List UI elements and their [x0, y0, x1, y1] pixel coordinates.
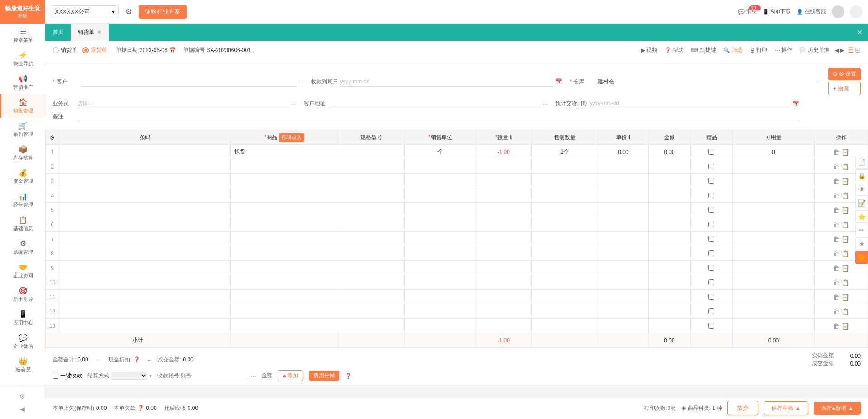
- copy-icon[interactable]: 📋: [841, 250, 849, 257]
- row-gift[interactable]: [690, 174, 732, 188]
- delete-icon[interactable]: 🗑: [833, 323, 839, 330]
- copy-icon[interactable]: 📋: [841, 192, 849, 199]
- delete-icon[interactable]: 🗑: [833, 192, 839, 199]
- copy-icon[interactable]: 📋: [841, 163, 849, 170]
- discount-info-icon[interactable]: ❓: [133, 356, 140, 363]
- row-spec[interactable]: [338, 319, 405, 333]
- company-selector[interactable]: XXXXXX公司 ▾: [51, 5, 119, 18]
- row-barcode[interactable]: [59, 145, 231, 159]
- delete-icon[interactable]: 🗑: [833, 250, 839, 257]
- row-quantity[interactable]: [476, 304, 531, 319]
- sidebar-item-quick-nav[interactable]: ⚡快捷导航: [0, 47, 45, 71]
- delete-icon[interactable]: 🗑: [833, 221, 839, 228]
- filter-btn[interactable]: 🔍 筛选: [722, 45, 744, 55]
- row-product[interactable]: [230, 232, 338, 246]
- row-barcode[interactable]: [59, 290, 231, 304]
- row-product[interactable]: [230, 217, 338, 232]
- row-quantity[interactable]: [476, 261, 531, 275]
- row-barcode[interactable]: [59, 246, 231, 261]
- row-gift[interactable]: [690, 232, 732, 246]
- one-click-checkbox[interactable]: [53, 373, 58, 379]
- row-quantity[interactable]: [476, 188, 531, 203]
- row-gift[interactable]: [690, 203, 732, 217]
- copy-icon[interactable]: 📋: [841, 207, 849, 214]
- tabbar-close-button[interactable]: ✕: [851, 28, 868, 37]
- row-quantity[interactable]: -1.00: [476, 145, 531, 159]
- sidebar-item-marketing[interactable]: 📢营销推广: [0, 71, 45, 94]
- row-spec[interactable]: [338, 304, 405, 319]
- copy-icon[interactable]: 📋: [841, 279, 849, 286]
- sidebar-item-inventory[interactable]: 📦库存核算: [0, 141, 45, 165]
- copy-icon[interactable]: 📋: [841, 236, 849, 243]
- row-quantity[interactable]: [476, 159, 531, 174]
- logistics-btn[interactable]: + 物流: [828, 82, 861, 95]
- row-gift[interactable]: [690, 261, 732, 275]
- row-gift[interactable]: [690, 319, 732, 333]
- row-spec[interactable]: [338, 217, 405, 232]
- row-product[interactable]: [230, 275, 338, 290]
- row-spec[interactable]: [338, 188, 405, 203]
- copy-icon[interactable]: 📋: [841, 294, 849, 301]
- customer-input[interactable]: [81, 77, 297, 87]
- row-quantity[interactable]: [476, 232, 531, 246]
- message-button[interactable]: 💬 消息 99+: [738, 8, 757, 15]
- expense-button[interactable]: 费用分摊: [309, 371, 339, 381]
- row-gift[interactable]: [690, 188, 732, 203]
- list-view-icon[interactable]: ☰: [848, 46, 854, 54]
- sidebar-item-collapse[interactable]: ◀: [0, 403, 45, 415]
- row-barcode[interactable]: [59, 275, 231, 290]
- trial-button[interactable]: 体验行业方案: [139, 5, 187, 19]
- row-gift[interactable]: [690, 145, 732, 159]
- payment-method-select[interactable]: [111, 372, 147, 380]
- delete-icon[interactable]: 🗑: [833, 294, 839, 301]
- row-unit-price[interactable]: [598, 232, 649, 246]
- row-barcode[interactable]: [59, 261, 231, 275]
- help-btn[interactable]: ❓ 帮助: [663, 45, 685, 55]
- radio-return[interactable]: 退货单: [82, 46, 107, 54]
- row-barcode[interactable]: [59, 232, 231, 246]
- tab-home[interactable]: 首页: [45, 24, 71, 41]
- row-barcode[interactable]: [59, 304, 231, 319]
- float-btn-7[interactable]: ★: [855, 237, 868, 250]
- row-spec[interactable]: [338, 275, 405, 290]
- copy-icon[interactable]: 📋: [841, 265, 849, 272]
- delete-icon[interactable]: 🗑: [833, 279, 839, 286]
- delete-icon[interactable]: 🗑: [833, 308, 839, 315]
- float-btn-4[interactable]: 📝: [855, 197, 868, 209]
- copy-icon[interactable]: 📋: [841, 221, 849, 228]
- tab-close-icon[interactable]: ✕: [97, 29, 102, 35]
- th-gear[interactable]: ⚙: [46, 130, 59, 145]
- radio-sales[interactable]: 销货单: [53, 46, 77, 54]
- row-gift[interactable]: [690, 159, 732, 174]
- row-unit-price[interactable]: [598, 188, 649, 203]
- calendar-icon-3[interactable]: 📅: [792, 101, 799, 107]
- row-quantity[interactable]: [476, 217, 531, 232]
- row-product[interactable]: [230, 174, 338, 188]
- row-barcode[interactable]: [59, 203, 231, 217]
- row-unit-price[interactable]: [598, 304, 649, 319]
- sidebar-item-purchase[interactable]: 🛒采购管理: [0, 118, 45, 141]
- copy-icon[interactable]: 📋: [841, 308, 849, 315]
- tab-sales-order[interactable]: 销货单 ✕: [71, 24, 109, 41]
- row-barcode[interactable]: [59, 159, 231, 174]
- copy-icon[interactable]: 📋: [841, 149, 849, 156]
- row-quantity[interactable]: [476, 290, 531, 304]
- row-gift[interactable]: [690, 304, 732, 319]
- row-product[interactable]: [230, 159, 338, 174]
- row-product[interactable]: [230, 246, 338, 261]
- float-btn-5[interactable]: ⭐: [855, 210, 868, 223]
- account-input[interactable]: [181, 372, 249, 379]
- float-btn-2[interactable]: 🔒: [855, 169, 868, 182]
- row-unit-price[interactable]: [598, 159, 649, 174]
- row-unit-price[interactable]: [598, 290, 649, 304]
- row-product[interactable]: [230, 290, 338, 304]
- delete-icon[interactable]: 🗑: [833, 149, 839, 156]
- shortcut-btn[interactable]: ⌨ 快捷键: [689, 45, 718, 55]
- sidebar-item-settings[interactable]: ⚙: [0, 390, 45, 403]
- row-spec[interactable]: [338, 159, 405, 174]
- save-new-button[interactable]: 保存&新增 ▲: [814, 402, 861, 415]
- row-quantity[interactable]: [476, 246, 531, 261]
- delete-icon[interactable]: 🗑: [833, 178, 839, 185]
- notes-input[interactable]: [77, 112, 799, 121]
- payment-due-input[interactable]: [340, 77, 553, 87]
